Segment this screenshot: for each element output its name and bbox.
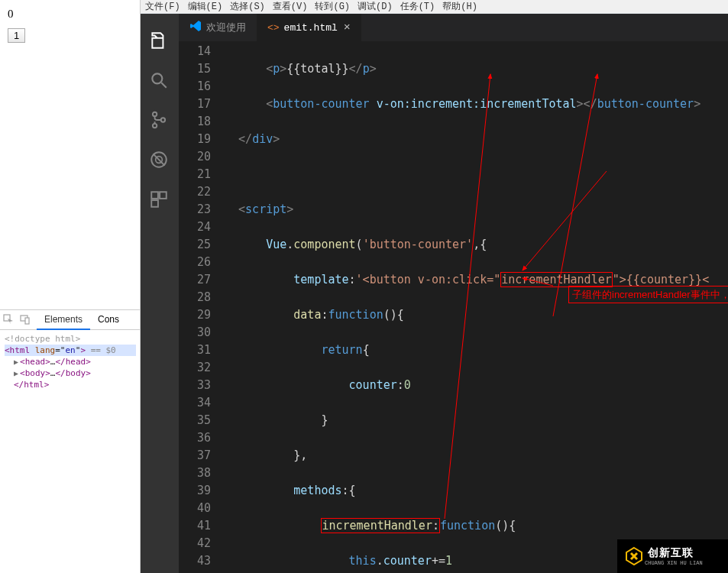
menu-view[interactable]: 查看(V) [273,0,308,13]
devtools-panel: Elements Cons <!doctype html> <html lang… [0,309,141,573]
watermark-brand: 创新互联 [648,546,703,560]
dom-tree[interactable]: <!doctype html> <html lang="en"> == $0 ▶… [0,330,141,393]
tab-welcome-label: 欢迎使用 [206,21,246,34]
svg-line-4 [161,83,167,88]
inspect-icon[interactable] [3,314,15,326]
line-gutter: 1415161718192021222324252627282930313233… [179,41,225,573]
code-content[interactable]: <p>{{total}}</p> <button-counter v-on:in… [225,41,728,573]
tab-welcome[interactable]: 欢迎使用 [179,14,257,41]
html-icon: <> [267,22,280,34]
menu-bar: 文件(F) 编辑(E) 选择(S) 查看(V) 转到(G) 调试(D) 任务(T… [141,0,728,14]
debug-icon[interactable] [149,150,170,171]
tab-emit-html[interactable]: <> emit.html × [257,14,361,41]
code-editor[interactable]: 1415161718192021222324252627282930313233… [179,41,728,573]
tab-file-label: emit.html [284,22,338,34]
close-tab-icon[interactable]: × [344,21,351,34]
devtools-tab-elements[interactable]: Elements [37,310,90,330]
menu-debug[interactable]: 调试(D) [358,0,393,13]
menu-file[interactable]: 文件(F) [145,0,180,13]
doctype-node: <!doctype html> [5,334,80,344]
total-display: 0 [8,8,132,21]
browser-preview: 0 1 [0,0,140,50]
activity-bar [141,14,179,573]
svg-point-7 [161,118,165,121]
svg-rect-13 [151,200,158,207]
svg-rect-11 [151,192,158,199]
scm-icon[interactable] [149,110,170,131]
svg-point-3 [152,73,162,83]
html-close-node: </html> [14,380,49,390]
svg-point-5 [153,112,157,116]
watermark: 创新互联 CHUANG XIN HU LIAN [617,539,728,573]
head-node[interactable]: <head> [20,357,50,367]
expand-icon[interactable]: ▶ [14,358,18,366]
menu-help[interactable]: 帮助(H) [442,0,477,13]
annotation-note: 子组件的incrementHandler事件中，用$emit将事件发出去，记得这… [568,286,728,303]
menu-select[interactable]: 选择(S) [230,0,265,13]
explorer-icon[interactable] [149,31,170,52]
menu-tasks[interactable]: 任务(T) [400,0,435,13]
svg-line-18 [523,171,607,270]
svg-point-6 [153,124,157,128]
devtools-tab-console[interactable]: Cons [90,310,127,330]
counter-button[interactable]: 1 [8,28,25,43]
menu-edit[interactable]: 编辑(E) [188,0,223,13]
extensions-icon[interactable] [149,189,170,211]
menu-goto[interactable]: 转到(G) [315,0,350,13]
svg-line-9 [153,154,164,165]
device-toggle-icon[interactable] [20,314,32,326]
html-node[interactable]: <html lang="en"> [5,345,86,355]
body-node[interactable]: <body> [20,368,50,378]
watermark-sub: CHUANG XIN HU LIAN [645,560,703,566]
svg-rect-2 [25,318,29,324]
tab-bar: 欢迎使用 <> emit.html × [179,14,728,41]
search-icon[interactable] [149,70,170,92]
svg-rect-12 [160,192,167,199]
expand-icon[interactable]: ▶ [14,369,18,377]
selected-marker: == $0 [91,345,116,355]
vscode-icon [189,20,202,35]
